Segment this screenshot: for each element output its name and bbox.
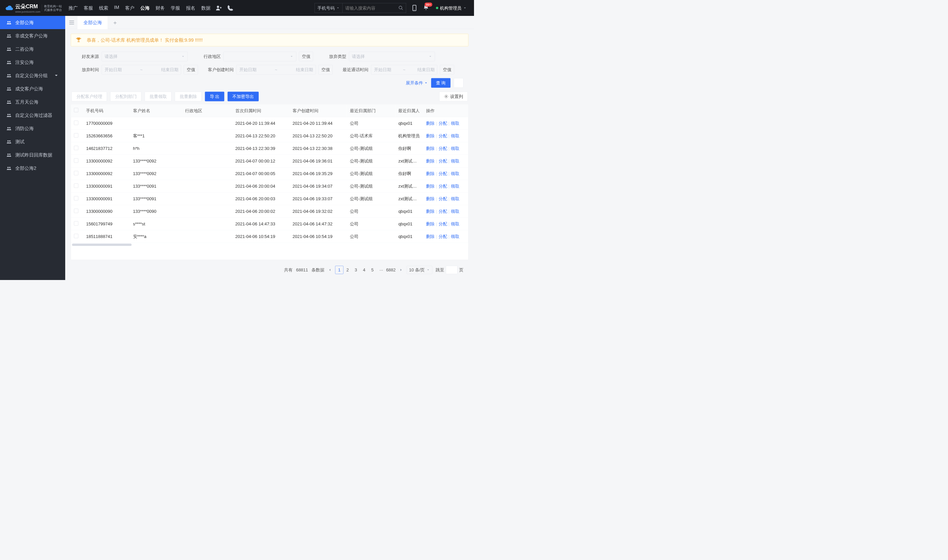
op-assign[interactable]: 分配: [439, 133, 447, 138]
nav-IM[interactable]: IM: [114, 5, 120, 11]
op-delete[interactable]: 删除: [426, 234, 435, 239]
op-delete[interactable]: 删除: [426, 209, 435, 214]
date-last-call[interactable]: 开始日期~结束日期: [371, 65, 437, 74]
op-claim[interactable]: 领取: [451, 196, 459, 201]
op-assign[interactable]: 分配: [439, 158, 447, 163]
null-lastcall-button[interactable]: 空值: [440, 65, 454, 74]
sidebar-item[interactable]: 二咨公海: [0, 42, 65, 55]
op-claim[interactable]: 领取: [451, 158, 459, 163]
page-number[interactable]: 1: [335, 266, 343, 274]
row-checkbox[interactable]: [74, 171, 78, 175]
op-delete[interactable]: 删除: [426, 133, 435, 138]
nav-推广[interactable]: 推广: [69, 5, 78, 11]
op-claim[interactable]: 领取: [451, 222, 459, 226]
nav-客户[interactable]: 客户: [125, 5, 134, 11]
nav-客服[interactable]: 客服: [84, 5, 93, 11]
query-button[interactable]: 查 询: [431, 78, 451, 88]
sidebar-item[interactable]: 自定义公海过滤器: [0, 109, 65, 122]
op-claim[interactable]: 领取: [451, 171, 459, 176]
sidebar-item[interactable]: 全部公海2: [0, 162, 65, 175]
op-delete[interactable]: 删除: [426, 121, 435, 126]
sidebar-item[interactable]: 五月天公海: [0, 95, 65, 109]
sidebar-item[interactable]: 自定义公海分组: [0, 69, 65, 82]
refresh-button[interactable]: [454, 78, 463, 88]
sidebar-item[interactable]: 消防公海: [0, 122, 65, 135]
null-region-button[interactable]: 空值: [299, 52, 313, 61]
row-checkbox[interactable]: [74, 158, 78, 163]
op-assign[interactable]: 分配: [439, 171, 447, 176]
page-number[interactable]: 3: [352, 266, 360, 274]
row-checkbox[interactable]: [74, 146, 78, 150]
sidebar-item[interactable]: 测试昨日回库数据: [0, 148, 65, 162]
page-number[interactable]: 2: [343, 266, 352, 274]
date-abandon-time[interactable]: 开始日期~结束日期: [102, 65, 181, 74]
op-delete[interactable]: 删除: [426, 146, 435, 151]
nav-数据[interactable]: 数据: [201, 5, 211, 11]
null-abandon-button[interactable]: 空值: [184, 65, 198, 74]
nav-线索[interactable]: 线索: [99, 5, 108, 11]
tabs-list-icon[interactable]: [69, 19, 75, 26]
date-create-time[interactable]: 开始日期~结束日期: [236, 65, 316, 74]
op-delete[interactable]: 删除: [426, 184, 435, 189]
null-create-button[interactable]: 空值: [319, 65, 332, 74]
row-checkbox[interactable]: [74, 234, 78, 238]
op-delete[interactable]: 删除: [426, 222, 435, 226]
op-assign[interactable]: 分配: [439, 184, 447, 189]
page-number[interactable]: 5: [368, 266, 377, 274]
page-next-icon[interactable]: [399, 268, 403, 272]
nav-报名[interactable]: 报名: [186, 5, 195, 11]
sidebar-item[interactable]: 注安公海: [0, 55, 65, 69]
assign-manager-button[interactable]: 分配客户经理: [71, 92, 107, 101]
op-assign[interactable]: 分配: [439, 222, 447, 226]
nav-财务[interactable]: 财务: [155, 5, 165, 11]
op-assign[interactable]: 分配: [439, 121, 447, 126]
tab-active[interactable]: 全部公海: [77, 16, 108, 29]
row-checkbox[interactable]: [74, 183, 78, 188]
select-source[interactable]: 请选择: [102, 52, 188, 61]
op-claim[interactable]: 领取: [451, 133, 459, 138]
user-menu[interactable]: 机构管理员: [436, 5, 467, 11]
sidebar-item[interactable]: 成交客户公海: [0, 82, 65, 95]
columns-button[interactable]: 设置列: [439, 92, 468, 101]
row-checkbox[interactable]: [74, 196, 78, 200]
nav-学服[interactable]: 学服: [171, 5, 180, 11]
batch-delete-button[interactable]: 批量删除: [175, 92, 202, 101]
page-prev-icon[interactable]: [328, 268, 332, 272]
op-delete[interactable]: 删除: [426, 171, 435, 176]
tab-add-button[interactable]: ＋: [108, 18, 122, 26]
sidebar-item[interactable]: 全部公海: [0, 16, 65, 29]
horizontal-scrollbar[interactable]: [71, 243, 468, 246]
export-button[interactable]: 导 出: [205, 92, 225, 101]
page-last[interactable]: 6882: [386, 266, 396, 274]
op-claim[interactable]: 领取: [451, 184, 459, 189]
export-plain-button[interactable]: 不加密导出: [228, 92, 259, 101]
op-delete[interactable]: 删除: [426, 158, 435, 163]
op-claim[interactable]: 领取: [451, 209, 459, 214]
bell-icon[interactable]: 99+: [423, 4, 429, 12]
batch-claim-button[interactable]: 批量领取: [145, 92, 171, 101]
page-number[interactable]: 4: [360, 266, 368, 274]
page-jump-input[interactable]: [446, 266, 457, 274]
assign-dept-button[interactable]: 分配到部门: [110, 92, 142, 101]
row-checkbox[interactable]: [74, 209, 78, 213]
select-region[interactable]: [223, 52, 296, 61]
op-assign[interactable]: 分配: [439, 209, 447, 214]
op-claim[interactable]: 领取: [451, 121, 459, 126]
sidebar-item[interactable]: 非成交客户公海: [0, 29, 65, 42]
select-all-checkbox[interactable]: [74, 108, 78, 112]
op-assign[interactable]: 分配: [439, 196, 447, 201]
add-user-icon[interactable]: [215, 5, 222, 11]
row-checkbox[interactable]: [74, 133, 78, 137]
sidebar-item[interactable]: 测试: [0, 135, 65, 148]
expand-conditions-link[interactable]: 展开条件: [406, 80, 428, 86]
op-claim[interactable]: 领取: [451, 146, 459, 151]
op-assign[interactable]: 分配: [439, 146, 447, 151]
op-delete[interactable]: 删除: [426, 196, 435, 201]
search-type-select[interactable]: 手机号码: [315, 3, 343, 13]
nav-公海[interactable]: 公海: [140, 5, 149, 11]
search-input[interactable]: 请输入搜索内容: [343, 3, 406, 13]
op-claim[interactable]: 领取: [451, 234, 459, 239]
row-checkbox[interactable]: [74, 221, 78, 225]
phone-icon[interactable]: [227, 5, 234, 11]
op-assign[interactable]: 分配: [439, 234, 447, 239]
